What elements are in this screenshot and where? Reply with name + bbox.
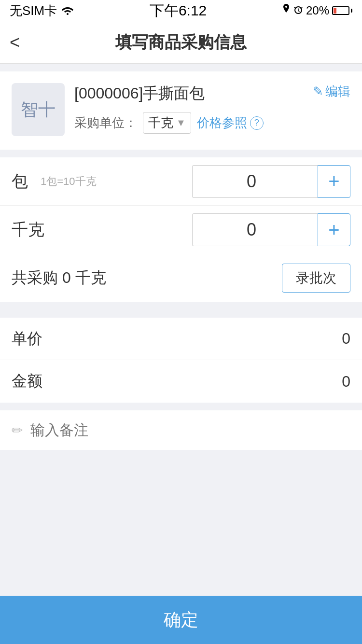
nav-bar: < 填写商品采购信息 bbox=[0, 21, 362, 64]
total-label: 共采购 0 千克 bbox=[12, 267, 106, 289]
price-ref-label: 价格参照 bbox=[197, 114, 247, 131]
product-card: 智十 [0000006]手撕面包 采购单位： 千克 ▼ 价格参照 ? ✎ 编辑 bbox=[0, 71, 362, 150]
edit-button[interactable]: ✎ 编辑 bbox=[313, 83, 350, 100]
unit-label: 采购单位： bbox=[74, 114, 137, 131]
kg-input-group: + bbox=[54, 213, 350, 246]
price-section: 单价 0 金额 0 bbox=[0, 318, 362, 403]
input-row-kg: 千克 + bbox=[0, 206, 362, 254]
product-unit-row: 采购单位： 千克 ▼ 价格参照 ? bbox=[74, 112, 350, 134]
unit-select[interactable]: 千克 ▼ bbox=[143, 112, 191, 134]
middle-divider bbox=[0, 302, 362, 310]
amount-value: 0 bbox=[342, 373, 350, 391]
edit-icon: ✎ bbox=[313, 84, 323, 99]
content-spacer bbox=[0, 450, 362, 596]
carrier-text: 无SIM卡 bbox=[10, 2, 57, 19]
bao-label: 包 bbox=[12, 170, 28, 193]
batch-button[interactable]: 录批次 bbox=[282, 264, 350, 293]
product-image: 智十 bbox=[12, 83, 65, 136]
status-right: 20% bbox=[282, 4, 352, 17]
status-time: 下午6:12 bbox=[150, 1, 207, 21]
battery-percent: 20% bbox=[306, 4, 329, 17]
product-logo: 智十 bbox=[21, 101, 56, 118]
total-row: 共采购 0 千克 录批次 bbox=[0, 254, 362, 302]
input-row-bao: 包 1包=10千克 + bbox=[0, 157, 362, 206]
amount-label: 金额 bbox=[12, 371, 42, 392]
battery-icon bbox=[332, 6, 352, 15]
amount-row: 金额 0 bbox=[0, 360, 362, 403]
unit-value: 千克 bbox=[148, 114, 173, 131]
unit-price-value: 0 bbox=[342, 330, 350, 348]
kg-quantity-input[interactable] bbox=[192, 213, 318, 246]
product-name: [0000006]手撕面包 bbox=[74, 83, 350, 104]
input-section: 包 1包=10千克 + 千克 + bbox=[0, 157, 362, 254]
info-icon: ? bbox=[250, 116, 264, 130]
remark-input[interactable] bbox=[30, 422, 350, 438]
unit-price-row: 单价 0 bbox=[0, 318, 362, 360]
wifi-icon bbox=[61, 3, 74, 18]
pencil-icon: ✏ bbox=[12, 422, 23, 438]
kg-plus-button[interactable]: + bbox=[318, 213, 350, 246]
back-button[interactable]: < bbox=[10, 32, 20, 53]
edit-label: 编辑 bbox=[325, 83, 350, 100]
bao-quantity-input[interactable] bbox=[192, 165, 318, 198]
price-ref-button[interactable]: 价格参照 ? bbox=[197, 114, 264, 131]
location-icon bbox=[282, 4, 291, 17]
product-info: [0000006]手撕面包 采购单位： 千克 ▼ 价格参照 ? bbox=[74, 83, 350, 134]
alarm-icon bbox=[293, 4, 303, 17]
chevron-down-icon: ▼ bbox=[176, 117, 186, 128]
status-bar: 无SIM卡 下午6:12 20% bbox=[0, 0, 362, 21]
kg-label: 千克 bbox=[12, 219, 44, 241]
page-title: 填写商品采购信息 bbox=[115, 31, 247, 54]
bao-input-group: + bbox=[106, 165, 350, 198]
bao-plus-button[interactable]: + bbox=[318, 165, 350, 198]
top-divider bbox=[0, 64, 362, 71]
confirm-button[interactable]: 确定 bbox=[0, 596, 362, 644]
unit-price-label: 单价 bbox=[12, 328, 42, 350]
remark-section: ✏ bbox=[0, 410, 362, 450]
status-carrier: 无SIM卡 bbox=[10, 2, 74, 19]
bao-sublabel: 1包=10千克 bbox=[41, 174, 97, 189]
